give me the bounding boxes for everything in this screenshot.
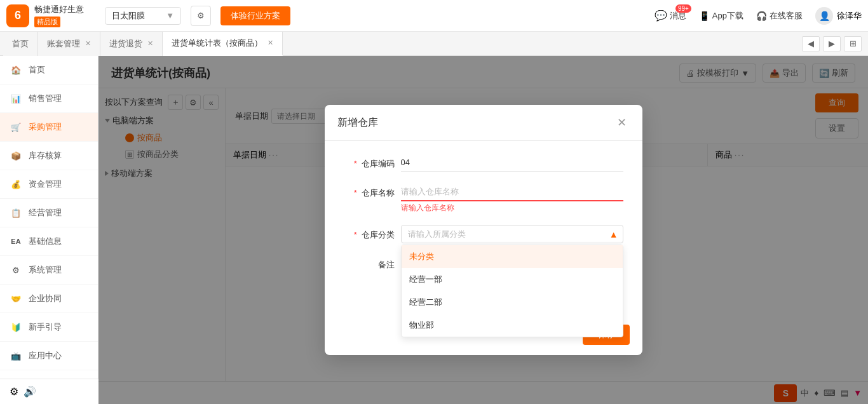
- category-input[interactable]: [401, 225, 623, 243]
- tab-accounts[interactable]: 账套管理 ✕: [38, 32, 100, 56]
- sales-icon: 📊: [10, 92, 22, 105]
- sidebar-item-basic-info[interactable]: EA 基础信息: [0, 227, 98, 256]
- trial-button[interactable]: 体验行业方案: [220, 6, 290, 25]
- sidebar-label-sales: 销售管理: [29, 93, 62, 104]
- form-row-code: * 仓库编码: [344, 154, 623, 172]
- top-header: 6 畅捷通好生意 精品版 日太阳膜 ▼ ⚙ 体验行业方案 💬 消息 99+ 📱 …: [0, 0, 868, 32]
- form-row-category: * 仓库分类 ▲ 未分类 经营一部 经营二部 物业部: [344, 225, 623, 243]
- sidebar-label-home: 首页: [29, 64, 45, 76]
- username: 徐泽华: [837, 10, 862, 22]
- tab-next-button[interactable]: ▶: [823, 36, 841, 51]
- finance-icon: 💰: [10, 178, 22, 191]
- system-icon: ⚙: [10, 264, 22, 276]
- app-download-label: App下载: [712, 10, 743, 22]
- sidebar-label-apps: 应用中心: [29, 350, 62, 361]
- sidebar-label-collab: 企业协同: [29, 293, 62, 304]
- sidebar: 🏠 首页 📊 销售管理 🛒 采购管理 📦 库存核算 💰 资金管理 📋 经营管理 …: [0, 56, 98, 404]
- settings-bottom-icon: ⚙: [10, 386, 18, 398]
- tab-right-buttons: ◀ ▶ ⊞: [802, 36, 865, 51]
- name-input[interactable]: [401, 183, 623, 201]
- sidebar-bottom[interactable]: ⚙ 🔊: [0, 379, 98, 404]
- collab-icon: 🤝: [10, 292, 22, 305]
- sidebar-item-sales[interactable]: 📊 销售管理: [0, 84, 98, 113]
- guide-icon: 🔰: [10, 321, 22, 333]
- tab-home[interactable]: 首页: [3, 32, 38, 56]
- dropdown-option-dept2[interactable]: 经营二部: [402, 291, 623, 314]
- new-warehouse-modal: 新增仓库 ✕ * 仓库编码: [325, 105, 642, 355]
- sidebar-item-inventory[interactable]: 📦 库存核算: [0, 142, 98, 170]
- sidebar-item-collab[interactable]: 🤝 企业协同: [0, 285, 98, 313]
- remark-label: 备注: [344, 255, 395, 271]
- operations-icon: 📋: [10, 206, 22, 219]
- sidebar-label-inventory: 库存核算: [29, 150, 62, 161]
- category-select-wrapper: ▲ 未分类 经营一部 经营二部 物业部: [401, 225, 623, 243]
- modal-title: 新增仓库: [337, 116, 378, 130]
- online-service-label: 在线客服: [770, 10, 803, 22]
- user-avatar: 👤: [815, 7, 833, 25]
- code-label: * 仓库编码: [344, 154, 395, 170]
- main-layout: 🏠 首页 📊 销售管理 🛒 采购管理 📦 库存核算 💰 资金管理 📋 经营管理 …: [0, 56, 868, 404]
- sidebar-label-system: 系统管理: [29, 264, 62, 276]
- modal-header: 新增仓库 ✕: [325, 105, 642, 141]
- app-download-item[interactable]: 📱 App下载: [699, 10, 743, 22]
- name-label: * 仓库名称: [344, 183, 395, 199]
- message-item[interactable]: 💬 消息 99+: [654, 10, 686, 22]
- code-input[interactable]: [401, 154, 623, 172]
- online-service-item[interactable]: 🎧 在线客服: [756, 10, 803, 22]
- tab-accounts-close[interactable]: ✕: [85, 39, 91, 48]
- tab-purchase-return[interactable]: 进货退货 ✕: [100, 32, 163, 56]
- dropdown-option-dept1[interactable]: 经营一部: [402, 268, 623, 291]
- content-area: 进货单统计(按商品) 🖨 按模板打印 ▼ 📤 导出 🔄 刷新: [98, 56, 868, 404]
- name-input-wrapper: 请输入仓库名称: [401, 183, 623, 213]
- modal-overlay: 新增仓库 ✕ * 仓库编码: [98, 56, 868, 404]
- modal-body: * 仓库编码 * 仓库名称: [325, 141, 642, 317]
- tab-purchase-return-close[interactable]: ✕: [147, 39, 153, 48]
- header-actions: ⚙ 体验行业方案: [191, 6, 290, 26]
- tab-purchase-stats-close[interactable]: ✕: [268, 39, 273, 47]
- volume-icon: 🔊: [24, 386, 36, 398]
- code-input-wrapper: [401, 154, 623, 172]
- sidebar-item-home[interactable]: 🏠 首页: [0, 56, 98, 84]
- form-row-name: * 仓库名称 请输入仓库名称: [344, 183, 623, 213]
- sidebar-item-guide[interactable]: 🔰 新手引导: [0, 313, 98, 342]
- tab-expand-button[interactable]: ⊞: [844, 36, 862, 51]
- store-name: 日太阳膜: [112, 10, 145, 22]
- basic-info-icon: EA: [10, 235, 22, 248]
- dropdown-option-uncategorized[interactable]: 未分类: [402, 245, 623, 268]
- tab-home-label: 首页: [12, 38, 29, 50]
- logo-area: 6 畅捷通好生意 精品版: [6, 4, 105, 27]
- sidebar-label-purchase: 采购管理: [29, 121, 62, 133]
- message-badge: 99+: [675, 4, 691, 13]
- category-required-mark: *: [354, 230, 357, 239]
- sidebar-label-basic-info: 基础信息: [29, 236, 62, 247]
- logo-text-area: 畅捷通好生意 精品版: [34, 4, 84, 27]
- sidebar-item-operations[interactable]: 📋 经营管理: [0, 199, 98, 227]
- store-selector[interactable]: 日太阳膜 ▼: [105, 7, 181, 25]
- tab-prev-button[interactable]: ◀: [802, 36, 820, 51]
- category-label: * 仓库分类: [344, 225, 395, 241]
- sidebar-label-guide: 新手引导: [29, 321, 62, 333]
- sidebar-label-finance: 资金管理: [29, 178, 62, 190]
- code-label-text: 仓库编码: [362, 159, 395, 168]
- settings-button[interactable]: ⚙: [191, 6, 211, 26]
- modal-close-button[interactable]: ✕: [614, 115, 630, 130]
- user-area[interactable]: 👤 徐泽华: [815, 7, 862, 25]
- code-required-mark: *: [354, 159, 357, 168]
- sidebar-item-finance[interactable]: 💰 资金管理: [0, 170, 98, 199]
- tab-purchase-return-label: 进货退货: [109, 38, 142, 50]
- home-icon: 🏠: [10, 64, 22, 76]
- apps-icon: 📺: [10, 349, 22, 362]
- sidebar-item-purchase[interactable]: 🛒 采购管理: [0, 113, 98, 142]
- sidebar-item-system[interactable]: ⚙ 系统管理: [0, 256, 98, 285]
- tab-purchase-stats[interactable]: 进货单统计表（按商品） ✕: [163, 32, 283, 56]
- category-label-text: 仓库分类: [362, 230, 395, 239]
- name-label-text: 仓库名称: [362, 188, 395, 198]
- sidebar-item-apps[interactable]: 📺 应用中心: [0, 342, 98, 370]
- name-error-tip: 请输入仓库名称: [401, 203, 623, 213]
- dropdown-option-property[interactable]: 物业部: [402, 314, 623, 337]
- header-right: 💬 消息 99+ 📱 App下载 🎧 在线客服 👤 徐泽华: [654, 7, 862, 25]
- category-dropdown-arrow[interactable]: ▲: [609, 229, 618, 239]
- remark-label-text: 备注: [378, 260, 395, 269]
- tab-bar: 首页 账套管理 ✕ 进货退货 ✕ 进货单统计表（按商品） ✕ ◀ ▶ ⊞: [0, 32, 868, 56]
- sidebar-label-operations: 经营管理: [29, 207, 62, 219]
